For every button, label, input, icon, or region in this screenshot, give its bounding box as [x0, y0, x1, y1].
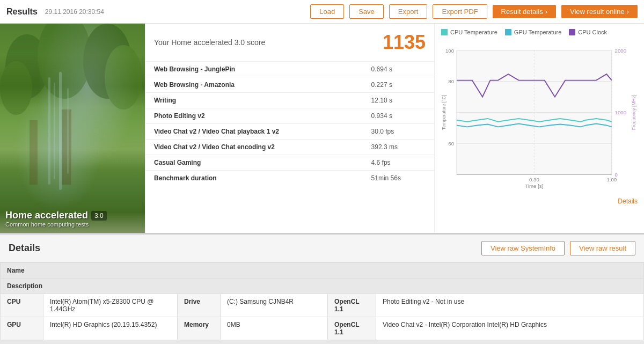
details-table: Name Description CPU Intel(R) Atom(TM) x…: [0, 262, 644, 340]
legend-item: CPU Clock: [569, 29, 607, 35]
svg-text:60: 60: [448, 141, 454, 147]
opencl2-label: OpenCL 1.1: [328, 317, 376, 340]
result-value: 0.694 s: [363, 62, 434, 77]
cpu-label: CPU: [1, 294, 43, 317]
result-row: Video Chat v2 / Video Chat encoding v239…: [145, 140, 434, 155]
result-value: 30.0 fps: [363, 124, 434, 140]
opencl1-label: OpenCL 1.1: [328, 294, 376, 317]
svg-rect-9: [59, 72, 62, 190]
svg-text:2000: 2000: [615, 48, 626, 54]
score-header: Your Home accelerated 3.0 score 1135: [145, 24, 434, 62]
svg-point-4: [105, 45, 142, 109]
export-button[interactable]: Export: [389, 4, 428, 19]
result-value: 0.934 s: [363, 108, 434, 124]
svg-rect-8: [54, 83, 55, 179]
benchmark-image: Home accelerated 3.0 Common home computi…: [0, 24, 145, 233]
result-name: Photo Editing v2: [145, 108, 363, 124]
svg-text:Frequency [MHz]: Frequency [MHz]: [631, 94, 636, 130]
benchmark-subtitle: Common home computing tests: [5, 221, 107, 228]
svg-text:1:00: 1:00: [606, 177, 617, 182]
gpu-value: Intel(R) HD Graphics (20.19.15.4352): [43, 317, 178, 340]
svg-rect-5: [30, 120, 38, 185]
svg-text:100: 100: [445, 48, 454, 54]
details-title: Details: [9, 243, 481, 254]
gpu-label: GPU: [1, 317, 43, 340]
benchmark-label: Home accelerated 3.0 Common home computi…: [5, 210, 107, 228]
legend-dot: [505, 29, 511, 35]
header-bar: Results 29.11.2016 20:30:54 Load Save Ex…: [0, 0, 644, 24]
view-result-online-button[interactable]: View result online ›: [561, 5, 638, 18]
result-value: 0.227 s: [363, 77, 434, 93]
legend-label: CPU Temperature: [450, 29, 497, 35]
name-header-row: Name: [1, 263, 644, 279]
svg-text:Temperature [°C]: Temperature [°C]: [441, 95, 447, 130]
svg-rect-6: [62, 109, 71, 185]
result-name: Web Browsing - JunglePin: [145, 62, 363, 77]
legend-dot: [569, 29, 575, 35]
result-details-button[interactable]: Result details ›: [493, 5, 556, 18]
memory-value: 0MB: [221, 317, 328, 340]
load-button[interactable]: Load: [310, 4, 344, 19]
result-row: Writing12.10 s: [145, 93, 434, 108]
chart-area: 100 80 60 2000 1000 0 Temperature [°C] F…: [441, 40, 638, 195]
export-pdf-button[interactable]: Export PDF: [433, 4, 487, 19]
svg-text:80: 80: [448, 78, 454, 84]
result-name: Video Chat v2 / Video Chat playback 1 v2: [145, 124, 363, 140]
result-name: Benchmark duration: [145, 171, 363, 186]
result-value: 392.3 ms: [363, 140, 434, 155]
result-value: 4.6 fps: [363, 155, 434, 171]
nature-svg: [0, 24, 145, 233]
details-section: Details View raw SystemInfo View raw res…: [0, 235, 644, 340]
memory-label: Memory: [178, 317, 221, 340]
benchmark-version: 3.0: [91, 211, 107, 221]
svg-text:0:30: 0:30: [529, 177, 539, 182]
save-button[interactable]: Save: [349, 4, 384, 19]
legend-item: GPU Temperature: [505, 29, 561, 35]
chart-legend: CPU TemperatureGPU TemperatureCPU Clock: [441, 29, 638, 35]
result-value: 12.10 s: [363, 93, 434, 108]
result-name: Video Chat v2 / Video Chat encoding v2: [145, 140, 363, 155]
chart-details-link[interactable]: Details: [441, 197, 638, 205]
svg-text:Time [s]: Time [s]: [525, 183, 543, 189]
opencl2-value: Video Chat v2 - Intel(R) Corporation Int…: [376, 317, 644, 340]
result-date: 29.11.2016 20:30:54: [45, 8, 305, 16]
details-row-1: GPU Intel(R) HD Graphics (20.19.15.4352)…: [1, 317, 644, 340]
benchmark-name: Home accelerated: [5, 210, 88, 221]
svg-text:1000: 1000: [615, 109, 626, 115]
description-header-row: Description: [1, 279, 644, 294]
view-raw-sysinfo-button[interactable]: View raw SystemInfo: [481, 241, 565, 255]
description-header: Description: [1, 279, 644, 294]
opencl1-value: Photo Editing v2 - Not in use: [376, 294, 644, 317]
drive-label: Drive: [178, 294, 221, 317]
cpu-value: Intel(R) Atom(TM) x5-Z8300 CPU @ 1.44GHz: [43, 294, 178, 317]
chart-svg: 100 80 60 2000 1000 0 Temperature [°C] F…: [441, 40, 638, 195]
drive-value: (C:) Samsung CJNB4R: [221, 294, 328, 317]
result-row: Benchmark duration51min 56s: [145, 171, 434, 186]
view-raw-result-button[interactable]: View raw result: [570, 241, 635, 255]
legend-dot: [441, 29, 448, 35]
score-label: Your Home accelerated 3.0 score: [154, 38, 265, 47]
details-row-0: CPU Intel(R) Atom(TM) x5-Z8300 CPU @ 1.4…: [1, 294, 644, 317]
legend-label: CPU Clock: [578, 29, 607, 35]
score-value: 1135: [383, 31, 426, 54]
main-content: Home accelerated 3.0 Common home computi…: [0, 24, 644, 235]
center-section: Your Home accelerated 3.0 score 1135 Web…: [145, 24, 435, 233]
result-value: 51min 56s: [363, 171, 434, 186]
svg-rect-10: [67, 88, 69, 174]
result-name: Web Browsing - Amazonia: [145, 77, 363, 93]
details-header: Details View raw SystemInfo View raw res…: [0, 235, 644, 262]
name-header: Name: [1, 263, 644, 279]
svg-point-3: [0, 61, 32, 115]
results-table: Web Browsing - JunglePin0.694 sWeb Brows…: [145, 62, 434, 186]
result-row: Casual Gaming4.6 fps: [145, 155, 434, 171]
result-name: Writing: [145, 93, 363, 108]
result-row: Photo Editing v20.934 s: [145, 108, 434, 124]
result-row: Web Browsing - Amazonia0.227 s: [145, 77, 434, 93]
result-name: Casual Gaming: [145, 155, 363, 171]
results-title: Results: [6, 7, 38, 17]
result-row: Video Chat v2 / Video Chat playback 1 v2…: [145, 124, 434, 140]
legend-item: CPU Temperature: [441, 29, 497, 35]
legend-label: GPU Temperature: [514, 29, 561, 35]
svg-rect-7: [48, 77, 50, 185]
result-row: Web Browsing - JunglePin0.694 s: [145, 62, 434, 77]
